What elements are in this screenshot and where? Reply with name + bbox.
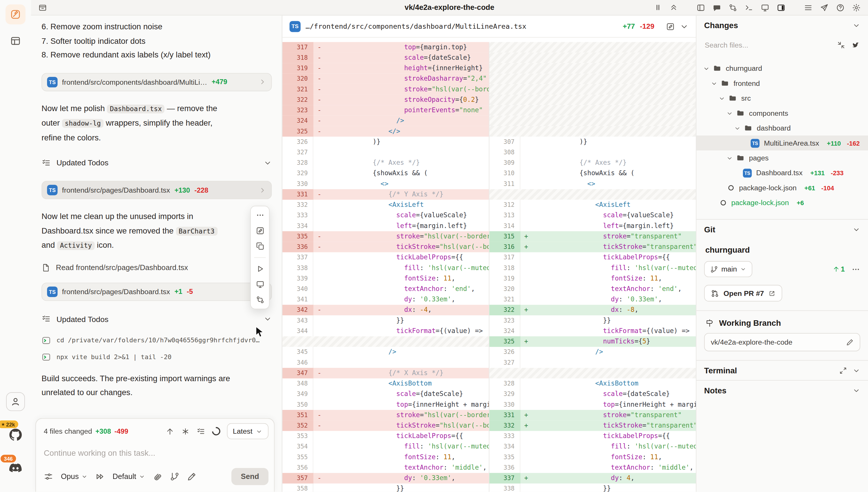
text: wrappers, simplify the header, — [103, 118, 212, 127]
repo-name: churnguard — [697, 239, 868, 257]
menu-icon[interactable] — [804, 3, 813, 12]
typescript-icon: TS — [751, 139, 760, 148]
updated-todos-toggle[interactable]: Updated Todos — [42, 155, 272, 170]
tree-file[interactable]: TSDashboard.tsx+131-233 — [697, 165, 868, 180]
settings-icon[interactable] — [852, 3, 861, 12]
chevron-down-icon — [139, 473, 145, 479]
chat-bubble-icon[interactable] — [712, 3, 721, 12]
diff-line: 322- strokeOpacity={0.2} — [282, 95, 489, 105]
app-logo-button[interactable] — [5, 4, 26, 24]
terminal-command-row[interactable]: npx vite build 2>&1 | tail -20 — [42, 352, 272, 362]
model-select[interactable]: Opus — [61, 472, 88, 481]
diff-line: 351- stroke="hsl(var(--border))" — [282, 410, 489, 420]
notes-section-header[interactable]: Notes — [697, 380, 868, 400]
todos-label: Updated Todos — [56, 315, 109, 323]
file-name: frontend — [734, 79, 760, 88]
collapse-all-icon[interactable] — [837, 41, 845, 49]
collapse-all-icon[interactable] — [669, 3, 678, 12]
tree-folder[interactable]: frontend — [697, 76, 868, 91]
chip-filename: frontend/src/pages/Dashboard.tsx — [62, 288, 170, 296]
file-name: dashboard — [757, 124, 791, 132]
more-icon[interactable] — [851, 265, 861, 274]
line-number: 324 — [489, 326, 520, 336]
diff-line: 325+ numTicks={5} — [489, 336, 696, 347]
file-diff-chip[interactable]: TS frontend/src/pages/Dashboard.tsx +1 -… — [42, 282, 272, 300]
help-icon[interactable] — [836, 3, 845, 12]
share-icon[interactable] — [820, 3, 829, 12]
tree-folder[interactable]: dashboard — [697, 121, 868, 136]
version-select[interactable]: Latest — [227, 423, 268, 439]
working-branch-field[interactable]: vk/4e2a-explore-the-code — [704, 333, 861, 351]
branch-select[interactable]: main — [704, 261, 752, 277]
pause-icon[interactable] — [654, 3, 662, 11]
code-text: {/* Axes */} — [325, 157, 489, 168]
diff-line: 332 <AxisLeft — [282, 200, 489, 210]
code-text: }} — [532, 484, 696, 492]
file-diff-chip[interactable]: TS frontend/src/pages/Dashboard.tsx +130… — [42, 181, 272, 199]
tree-folder[interactable]: components — [697, 105, 868, 120]
collapse-file-icon[interactable] — [680, 22, 689, 31]
expand-icon[interactable] — [839, 366, 847, 374]
tree-folder[interactable]: src — [697, 91, 868, 105]
asterisk-icon[interactable] — [181, 427, 190, 436]
split-diff-view[interactable]: 317- top={margin.top}318- scale={dateSca… — [282, 38, 696, 492]
edit-icon[interactable] — [256, 226, 264, 235]
account-button[interactable] — [6, 392, 25, 411]
board-view-button[interactable] — [5, 31, 26, 51]
mode-select[interactable]: Default — [113, 472, 145, 481]
archive-icon[interactable] — [38, 3, 47, 12]
diff-panel: TS …/frontend/src/components/dashboard/M… — [282, 16, 697, 492]
terminal-icon[interactable] — [745, 3, 754, 12]
todos-icon[interactable] — [196, 427, 205, 436]
conversation-scroll[interactable]: 6. Remove zoom instruction noise7. Softe… — [31, 16, 282, 418]
tree-file[interactable]: package-lock.json+6 — [697, 195, 868, 210]
typescript-icon: TS — [47, 286, 57, 297]
inline-edit-icon[interactable] — [666, 22, 675, 31]
terminal-section-header[interactable]: Terminal — [697, 360, 868, 380]
send-button[interactable]: Send — [231, 468, 268, 485]
tree-folder[interactable]: pages — [697, 151, 868, 165]
diff-file-header[interactable]: TS …/frontend/src/components/dashboard/M… — [282, 16, 696, 38]
read-file-row[interactable]: Read frontend/src/pages/Dashboard.tsx — [42, 263, 272, 272]
changes-section-header[interactable]: Changes — [697, 16, 868, 35]
more-actions-icon[interactable] — [256, 211, 264, 220]
tree-folder[interactable]: churnguard — [697, 61, 868, 76]
diff-sign: + — [520, 410, 533, 420]
branch-icon[interactable] — [170, 472, 180, 481]
panel-right-icon[interactable] — [777, 3, 785, 12]
tree-file[interactable]: package-lock.json+61-104 — [697, 180, 868, 195]
copy-icon[interactable] — [256, 242, 264, 251]
pen-icon[interactable] — [187, 472, 196, 481]
updated-todos-toggle[interactable]: Updated Todos — [42, 311, 272, 327]
monitor-icon[interactable] — [760, 3, 770, 12]
panel-left-icon[interactable] — [697, 3, 705, 12]
line-number: 342 — [282, 305, 313, 315]
numbered-list-item: 7. Softer tooltip indicator dots — [42, 34, 272, 48]
assistant-message: Now let me clean up the unused imports i… — [42, 210, 245, 253]
terminal-command-row[interactable]: cd /private/var/folders/10/h7w0q46556ggr… — [42, 336, 272, 345]
git-compare-icon[interactable] — [728, 3, 737, 12]
edit-icon — [846, 338, 854, 346]
discord-link[interactable]: 346 — [5, 460, 26, 476]
preview-icon[interactable] — [256, 280, 264, 289]
scroll-up-icon[interactable] — [165, 427, 174, 436]
github-link[interactable]: ★22k — [5, 426, 26, 443]
run-icon[interactable] — [256, 264, 264, 273]
message-input[interactable] — [44, 448, 266, 458]
open-pr-button[interactable]: Open PR #7 — [704, 285, 782, 301]
diff-sign — [520, 63, 533, 73]
settings-sliders-icon[interactable] — [44, 472, 53, 481]
file-diff-chip[interactable]: TS frontend/src/components/dashboard/Mul… — [42, 73, 272, 91]
diff-line: 329 scale={dateScale} — [489, 389, 696, 399]
file-name: package-lock.json — [731, 199, 789, 207]
bird-icon[interactable] — [851, 40, 861, 49]
tree-file[interactable]: TSMultiLineArea.tsx+110-162 — [697, 136, 868, 150]
fast-forward-icon[interactable] — [95, 472, 105, 481]
git-section-header[interactable]: Git — [697, 219, 868, 239]
attach-icon[interactable] — [153, 472, 162, 481]
diff-sign — [520, 273, 533, 284]
compare-icon[interactable] — [256, 295, 264, 304]
search-files-input[interactable] — [705, 41, 831, 49]
chevron-down-icon — [711, 80, 717, 87]
diff-sign — [313, 389, 325, 399]
